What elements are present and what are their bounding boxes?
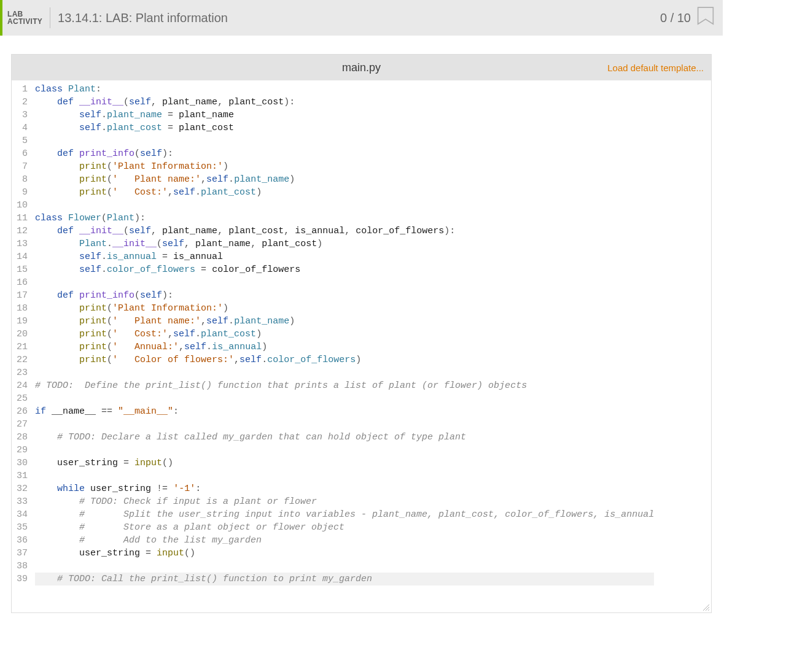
header-separator (50, 7, 50, 28)
code-line[interactable] (35, 199, 654, 212)
code-line[interactable]: # Store as a plant object or flower obje… (35, 521, 654, 534)
code-line[interactable]: self.is_annual = is_annual (35, 250, 654, 263)
line-number: 6 (15, 147, 28, 160)
bookmark-icon[interactable] (697, 7, 714, 29)
code-line[interactable]: print(' Cost:',self.plant_cost) (35, 328, 654, 341)
code-line[interactable]: # TODO: Check if input is a plant or flo… (35, 495, 654, 508)
code-line[interactable]: class Plant: (35, 83, 654, 96)
code-line[interactable]: def print_info(self): (35, 289, 654, 302)
line-number: 15 (15, 263, 28, 276)
code-line[interactable]: print('Plant Information:') (35, 160, 654, 173)
line-number-gutter: 1234567891011121314151617181920212223242… (12, 80, 33, 588)
line-number: 13 (15, 238, 28, 250)
code-line[interactable]: def __init__(self, plant_name, plant_cos… (35, 225, 654, 238)
code-line[interactable] (35, 418, 654, 431)
line-number: 12 (15, 225, 28, 238)
code-line[interactable]: # Add to the list my_garden (35, 534, 654, 547)
line-number: 5 (15, 134, 28, 147)
line-number: 2 (15, 96, 28, 109)
code-line[interactable]: while user_string != '-1': (35, 482, 654, 495)
resize-handle-icon[interactable] (701, 603, 710, 611)
code-content[interactable]: class Plant: def __init__(self, plant_na… (33, 80, 654, 588)
line-number: 35 (15, 521, 28, 534)
line-number: 32 (15, 482, 28, 495)
code-line[interactable] (35, 134, 654, 147)
line-number: 8 (15, 173, 28, 186)
line-number: 39 (15, 573, 28, 585)
line-number: 3 (15, 109, 28, 122)
line-number: 4 (15, 122, 28, 134)
code-line[interactable]: def print_info(self): (35, 147, 654, 160)
code-line[interactable]: # Split the user_string input into varia… (35, 508, 654, 521)
code-line[interactable]: self.plant_name = plant_name (35, 109, 654, 122)
line-number: 1 (15, 83, 28, 96)
code-line[interactable]: user_string = input() (35, 457, 654, 469)
line-number: 38 (15, 560, 28, 573)
code-line[interactable]: # TODO: Call the print_list() function t… (35, 573, 654, 585)
line-number: 34 (15, 508, 28, 521)
code-line[interactable]: print(' Plant name:',self.plant_name) (35, 315, 654, 328)
line-number: 37 (15, 547, 28, 560)
line-number: 19 (15, 315, 28, 328)
code-line[interactable]: # TODO: Define the print_list() function… (35, 379, 654, 392)
code-line[interactable] (35, 276, 654, 289)
line-number: 16 (15, 276, 28, 289)
line-number: 23 (15, 366, 28, 379)
code-line[interactable] (35, 366, 654, 379)
code-line[interactable]: self.plant_cost = plant_cost (35, 122, 654, 134)
file-tab-bar: main.py Load default template... (12, 55, 711, 80)
code-editor: main.py Load default template... 1234567… (11, 54, 712, 613)
code-line[interactable]: def __init__(self, plant_name, plant_cos… (35, 96, 654, 109)
line-number: 7 (15, 160, 28, 173)
line-number: 24 (15, 379, 28, 392)
code-line[interactable]: # TODO: Declare a list called my_garden … (35, 431, 654, 444)
line-number: 36 (15, 534, 28, 547)
code-line[interactable]: print(' Annual:',self.is_annual) (35, 341, 654, 353)
lab-activity-label: LAB ACTIVITY (7, 10, 50, 25)
lab-label-line2: ACTIVITY (7, 18, 42, 25)
line-number: 26 (15, 405, 28, 418)
load-default-template-link[interactable]: Load default template... (607, 63, 704, 73)
code-line[interactable]: Plant.__init__(self, plant_name, plant_c… (35, 238, 654, 250)
code-line[interactable]: class Flower(Plant): (35, 212, 654, 225)
line-number: 17 (15, 289, 28, 302)
code-line[interactable]: print(' Color of flowers:',self.color_of… (35, 353, 654, 366)
svg-line-2 (708, 609, 709, 611)
line-number: 25 (15, 392, 28, 405)
code-line[interactable]: self.color_of_flowers = color_of_flowers (35, 263, 654, 276)
code-line[interactable] (35, 392, 654, 405)
line-number: 30 (15, 457, 28, 469)
line-number: 29 (15, 444, 28, 457)
line-number: 10 (15, 199, 28, 212)
lab-title: 13.14.1: LAB: Plant information (58, 11, 660, 25)
filename-label: main.py (12, 61, 711, 74)
code-area[interactable]: 1234567891011121314151617181920212223242… (12, 80, 711, 612)
code-line[interactable]: print(' Cost:',self.plant_cost) (35, 186, 654, 199)
line-number: 18 (15, 302, 28, 315)
lab-header: LAB ACTIVITY 13.14.1: LAB: Plant informa… (0, 0, 723, 36)
score-display: 0 / 10 (660, 11, 691, 25)
line-number: 21 (15, 341, 28, 353)
line-number: 28 (15, 431, 28, 444)
code-line[interactable]: print(' Plant name:',self.plant_name) (35, 173, 654, 186)
code-line[interactable] (35, 444, 654, 457)
line-number: 27 (15, 418, 28, 431)
code-line[interactable] (35, 469, 654, 482)
code-line[interactable]: if __name__ == "__main__": (35, 405, 654, 418)
code-line[interactable]: print('Plant Information:') (35, 302, 654, 315)
line-number: 11 (15, 212, 28, 225)
code-line[interactable] (35, 560, 654, 573)
line-number: 33 (15, 495, 28, 508)
line-number: 9 (15, 186, 28, 199)
line-number: 20 (15, 328, 28, 341)
line-number: 31 (15, 469, 28, 482)
line-number: 14 (15, 250, 28, 263)
code-line[interactable]: user_string = input() (35, 547, 654, 560)
line-number: 22 (15, 353, 28, 366)
